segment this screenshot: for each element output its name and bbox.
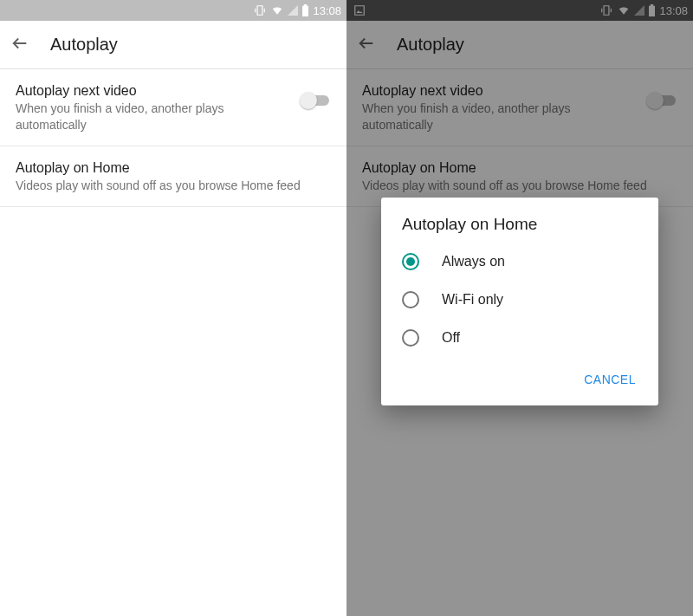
back-icon[interactable] <box>10 34 29 56</box>
radio-icon <box>402 253 419 270</box>
setting-title: Autoplay next video <box>16 83 289 99</box>
screen-settings: 13:08 Autoplay Autoplay next video When … <box>0 0 346 616</box>
vibrate-icon <box>253 4 267 16</box>
signal-icon <box>288 5 298 16</box>
radio-icon <box>402 329 419 347</box>
settings-list: Autoplay next video When you finish a vi… <box>0 69 346 207</box>
option-label: Wi-Fi only <box>442 292 503 308</box>
setting-title: Autoplay on Home <box>16 160 321 176</box>
radio-icon <box>402 291 419 308</box>
option-always-on[interactable]: Always on <box>381 243 658 281</box>
appbar: Autoplay <box>0 21 346 69</box>
setting-subtitle: When you finish a video, another plays a… <box>16 101 289 133</box>
dialog-title: Autoplay on Home <box>381 215 658 243</box>
wifi-icon <box>270 4 284 16</box>
option-label: Always on <box>442 254 505 269</box>
option-wifi-only[interactable]: Wi-Fi only <box>381 281 658 319</box>
cancel-button[interactable]: CANCEL <box>575 366 644 393</box>
setting-subtitle: Videos play with sound off as you browse… <box>16 178 321 194</box>
dialog-autoplay-home: Autoplay on Home Always on Wi-Fi only Of… <box>381 198 658 405</box>
statusbar: 13:08 <box>0 0 346 21</box>
battery-icon <box>301 4 309 16</box>
toggle-autoplay-next[interactable] <box>300 92 331 109</box>
clock: 13:08 <box>313 4 341 17</box>
option-label: Off <box>442 330 460 346</box>
screen-settings-dialog: 13:08 Autoplay Autoplay next video When … <box>346 0 693 616</box>
option-off[interactable]: Off <box>381 319 658 357</box>
page-title: Autoplay <box>50 35 118 55</box>
setting-autoplay-next[interactable]: Autoplay next video When you finish a vi… <box>0 69 346 146</box>
setting-autoplay-home[interactable]: Autoplay on Home Videos play with sound … <box>0 146 346 207</box>
